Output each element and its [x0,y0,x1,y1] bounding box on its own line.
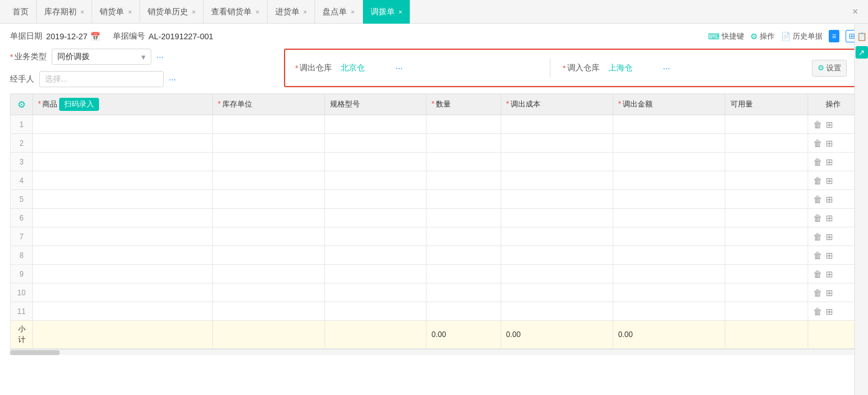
close-view-sales[interactable]: × [255,8,259,16]
unit-cell-1[interactable] [212,115,324,134]
close-stock-take[interactable]: × [351,8,354,16]
product-cell-5[interactable] [33,190,213,209]
spec-cell-11[interactable] [324,302,426,321]
delete-row-icon[interactable]: 🗑 [813,176,822,186]
amount-cell-11[interactable] [613,302,725,321]
close-sales-order[interactable]: × [128,8,131,16]
cost-cell-6[interactable] [501,209,613,227]
amount-cell-9[interactable] [613,265,725,283]
copy-row-icon[interactable]: ⊞ [826,307,833,316]
copy-row-icon[interactable]: ⊞ [826,269,833,279]
warehouse-in-more-icon[interactable]: ··· [663,63,671,73]
spec-cell-2[interactable] [324,134,426,153]
product-cell-7[interactable] [33,227,213,246]
copy-row-icon[interactable]: ⊞ [826,194,833,204]
tab-home[interactable]: 首页 [5,0,37,24]
product-cell-11[interactable] [33,302,213,321]
spec-cell-4[interactable] [324,171,426,190]
settings-button[interactable]: ⚙ 设置 [812,60,847,77]
available-cell-7[interactable] [725,227,808,246]
available-cell-8[interactable] [725,246,808,265]
qty-cell-9[interactable] [427,265,501,283]
cost-cell-2[interactable] [501,134,613,153]
amount-cell-2[interactable] [613,134,725,153]
delete-row-icon[interactable]: 🗑 [813,269,822,279]
qty-cell-3[interactable] [427,153,501,171]
tab-inventory-init[interactable]: 库存期初 × [37,0,92,24]
spec-cell-10[interactable] [324,283,426,302]
available-cell-11[interactable] [725,302,808,321]
operations-button[interactable]: ⚙ 操作 [750,31,775,42]
copy-row-icon[interactable]: ⊞ [826,232,833,242]
cost-cell-9[interactable] [501,265,613,283]
delete-row-icon[interactable]: 🗑 [813,250,822,260]
tab-sales-order[interactable]: 销货单 × [92,0,139,24]
sidebar-document-icon[interactable]: 📋 [856,30,868,42]
spec-cell-9[interactable] [324,265,426,283]
qty-cell-8[interactable] [427,246,501,265]
unit-cell-8[interactable] [212,246,324,265]
cost-cell-3[interactable] [501,153,613,171]
delete-row-icon[interactable]: 🗑 [813,307,822,316]
delete-row-icon[interactable]: 🗑 [813,157,822,167]
spec-cell-1[interactable] [324,115,426,134]
delete-row-icon[interactable]: 🗑 [813,232,822,242]
close-transfer-order[interactable]: × [399,8,402,16]
amount-cell-4[interactable] [613,171,725,190]
unit-cell-10[interactable] [212,283,324,302]
scan-entry-button[interactable]: 扫码录入 [59,98,99,111]
copy-row-icon[interactable]: ⊞ [826,176,833,186]
product-cell-4[interactable] [33,171,213,190]
delete-row-icon[interactable]: 🗑 [813,120,822,130]
horizontal-scrollbar[interactable] [10,349,858,355]
spec-cell-3[interactable] [324,153,426,171]
cost-cell-4[interactable] [501,171,613,190]
amount-cell-7[interactable] [613,227,725,246]
amount-cell-3[interactable] [613,153,725,171]
copy-row-icon[interactable]: ⊞ [826,213,833,223]
column-settings-icon[interactable]: ⚙ [17,99,26,110]
delete-row-icon[interactable]: 🗑 [813,194,822,204]
qty-cell-1[interactable] [427,115,501,134]
tab-view-sales[interactable]: 查看销货单 × [204,0,267,24]
spec-cell-7[interactable] [324,227,426,246]
product-cell-6[interactable] [33,209,213,227]
amount-cell-8[interactable] [613,246,725,265]
close-sales-history[interactable]: × [192,8,196,16]
product-cell-2[interactable] [33,134,213,153]
operator-more-icon[interactable]: ··· [169,74,176,84]
cost-cell-10[interactable] [501,283,613,302]
copy-row-icon[interactable]: ⊞ [826,138,833,148]
delete-row-icon[interactable]: 🗑 [813,213,822,223]
amount-cell-1[interactable] [613,115,725,134]
tab-transfer-order[interactable]: 调拨单 × [363,0,410,24]
available-cell-1[interactable] [725,115,808,134]
product-cell-8[interactable] [33,246,213,265]
business-type-more-icon[interactable]: ··· [156,52,164,62]
delete-row-icon[interactable]: 🗑 [813,138,822,148]
product-cell-1[interactable] [33,115,213,134]
product-cell-9[interactable] [33,265,213,283]
cost-cell-1[interactable] [501,115,613,134]
available-cell-4[interactable] [725,171,808,190]
cost-cell-5[interactable] [501,190,613,209]
spec-cell-6[interactable] [324,209,426,227]
spec-cell-8[interactable] [324,246,426,265]
warehouse-out-more-icon[interactable]: ··· [395,63,403,73]
qty-cell-6[interactable] [427,209,501,227]
product-cell-10[interactable] [33,283,213,302]
available-cell-6[interactable] [725,209,808,227]
delete-row-icon[interactable]: 🗑 [813,288,822,298]
product-cell-3[interactable] [33,153,213,171]
qty-cell-10[interactable] [427,283,501,302]
copy-row-icon[interactable]: ⊞ [826,288,833,298]
amount-cell-10[interactable] [613,283,725,302]
copy-row-icon[interactable]: ⊞ [826,120,833,130]
available-cell-5[interactable] [725,190,808,209]
qty-cell-5[interactable] [427,190,501,209]
copy-row-icon[interactable]: ⊞ [826,250,833,260]
tab-sales-history[interactable]: 销货单历史 × [140,0,204,24]
cost-cell-11[interactable] [501,302,613,321]
calendar-icon[interactable]: 📅 [90,32,100,41]
amount-cell-6[interactable] [613,209,725,227]
